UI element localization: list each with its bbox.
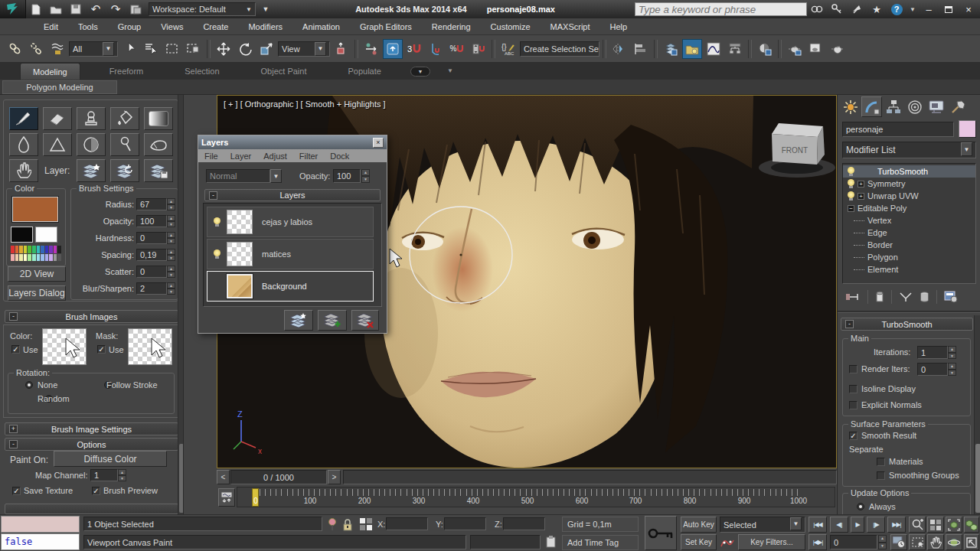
next-frame-button[interactable]: ||▶: [867, 517, 885, 533]
rendered-frame-icon[interactable]: [806, 39, 826, 59]
iterations-field[interactable]: 1: [917, 346, 948, 359]
tab-modify[interactable]: [861, 96, 882, 117]
layer-visibility-icon[interactable]: [214, 217, 220, 227]
tab-modeling[interactable]: Modeling: [20, 63, 80, 80]
select-by-name-icon[interactable]: [141, 39, 161, 59]
material-editor-icon[interactable]: [755, 39, 775, 59]
tab-create[interactable]: [840, 96, 861, 117]
pan-hand-tool[interactable]: [9, 159, 38, 182]
select-move-icon[interactable]: [214, 39, 234, 59]
selection-lock-pin-icon[interactable]: [328, 518, 337, 531]
brush-mask-image[interactable]: [128, 328, 172, 365]
time-configuration-icon[interactable]: [890, 534, 907, 550]
layers-dialog-button[interactable]: Layers Dialog: [8, 285, 66, 301]
blend-mode-dropdown[interactable]: Normal: [206, 169, 270, 183]
remove-modifier-icon[interactable]: [920, 291, 929, 303]
opacity-field[interactable]: 100: [136, 215, 167, 227]
object-name-field[interactable]: personaje: [842, 122, 954, 137]
ribbon-collapse-icon[interactable]: ▼: [410, 67, 430, 77]
layers-menu-adjust[interactable]: Adjust: [257, 152, 293, 161]
radius-field[interactable]: 67: [136, 198, 167, 210]
z-coord-field[interactable]: [503, 517, 545, 530]
rotation-none-radio[interactable]: [25, 381, 33, 389]
always-radio[interactable]: [857, 503, 864, 510]
manage-layers-icon[interactable]: [661, 39, 681, 59]
layers-dialog-close-icon[interactable]: ×: [373, 138, 384, 148]
pivot-center-icon[interactable]: [332, 39, 351, 59]
layers-menu-layer[interactable]: Layer: [224, 152, 258, 161]
menu-rendering[interactable]: Rendering: [422, 18, 481, 35]
blend-mode-arrow-icon[interactable]: ▼: [270, 169, 282, 183]
command-panel-scrollbar[interactable]: [974, 315, 980, 514]
zoom-icon[interactable]: [909, 517, 926, 533]
next-rollout-partial[interactable]: [5, 504, 178, 514]
viewcube-front-label[interactable]: FRONT: [782, 146, 808, 155]
zoom-extents-all-icon[interactable]: [964, 517, 979, 533]
workspace-dropdown[interactable]: Workspace: Default▼: [149, 2, 256, 16]
next-key-button[interactable]: >: [328, 470, 341, 484]
menu-customize[interactable]: Customize: [481, 18, 541, 35]
ribbon-menu-arrow-icon[interactable]: ▼: [447, 67, 453, 74]
auto-key-button[interactable]: Auto Key: [681, 517, 717, 533]
ref-coord-dropdown[interactable]: View▼: [278, 41, 330, 57]
blur-tool[interactable]: [9, 133, 38, 156]
pan-view-icon[interactable]: [927, 534, 944, 550]
make-unique-icon[interactable]: [899, 292, 913, 302]
communication-center-icon[interactable]: [847, 0, 867, 19]
show-end-result-icon[interactable]: [875, 291, 884, 304]
brush-mask-use-checkbox[interactable]: [97, 345, 106, 354]
menu-create[interactable]: Create: [193, 18, 238, 35]
close-button[interactable]: ×: [959, 0, 978, 19]
open-file-icon[interactable]: [46, 0, 66, 19]
render-iters-field[interactable]: 0: [917, 363, 948, 376]
smooth-result-checkbox[interactable]: [849, 432, 858, 440]
paint-on-button[interactable]: Diffuse Color: [54, 451, 167, 467]
help-icon[interactable]: ?: [887, 0, 906, 19]
maxscript-input-line[interactable]: [1, 516, 80, 533]
set-keys-button[interactable]: [645, 516, 677, 550]
brush-preview-checkbox[interactable]: [92, 487, 100, 495]
key-mode-toggle-button[interactable]: |◀▶|: [808, 534, 827, 550]
menu-modifiers[interactable]: Modifiers: [238, 18, 292, 35]
map-channel-spinner[interactable]: ▲▼: [118, 469, 126, 481]
radius-spinner[interactable]: ▲▼: [167, 198, 175, 210]
2d-view-button[interactable]: 2D View: [8, 266, 66, 282]
new-layer-dialog-button[interactable]: [284, 310, 313, 331]
maximize-viewport-icon[interactable]: [964, 534, 979, 550]
layers-dialog-titlebar[interactable]: Layers ×: [198, 135, 387, 149]
tab-display[interactable]: [926, 96, 946, 117]
modifier-list-dropdown[interactable]: Modifier List▼: [842, 142, 976, 158]
render-iters-checkbox[interactable]: [849, 365, 858, 373]
smoothing-groups-checkbox[interactable]: [877, 471, 885, 480]
turbosmooth-rollout[interactable]: -TurboSmooth: [841, 318, 973, 331]
key-filter-curve-icon[interactable]: [720, 534, 735, 550]
layer-row-cejas[interactable]: cejas y labios: [207, 207, 374, 237]
add-time-tag[interactable]: Add Time Tag: [562, 535, 639, 550]
layer-row-background[interactable]: Background: [207, 271, 374, 302]
iterations-spinner[interactable]: ▲▼: [948, 346, 956, 359]
region-zoom-icon[interactable]: [909, 534, 926, 550]
reload-layers-button[interactable]: [110, 159, 139, 182]
tab-selection[interactable]: Selection: [172, 63, 231, 80]
tab-utilities[interactable]: [947, 96, 968, 117]
project-folder-icon[interactable]: [126, 0, 145, 19]
brush-images-rollout[interactable]: -Brush Images: [5, 310, 178, 323]
layer-opacity-field[interactable]: 100: [333, 169, 361, 183]
bind-spacewarp-icon[interactable]: [47, 39, 67, 59]
spinner-snap-icon[interactable]: [469, 39, 488, 59]
time-tag-icon[interactable]: [545, 536, 557, 549]
menu-help[interactable]: Help: [600, 18, 638, 35]
prev-key-button[interactable]: <: [217, 470, 230, 484]
snaps-toggle-icon[interactable]: 3: [404, 39, 424, 59]
blur-sharpen-field[interactable]: 2: [136, 282, 167, 295]
previous-frame-button[interactable]: ◀||: [830, 517, 848, 533]
key-login-icon[interactable]: [827, 0, 847, 19]
gradient-tool[interactable]: [144, 107, 173, 130]
zoom-all-icon[interactable]: [927, 517, 944, 533]
brush-color-use-checkbox[interactable]: [11, 345, 20, 354]
pushpin-color-tool[interactable]: [110, 133, 139, 156]
tab-object-paint[interactable]: Object Paint: [249, 63, 319, 80]
spacing-spinner[interactable]: ▲▼: [167, 249, 175, 261]
canvas-panel-scrollbar[interactable]: [178, 95, 184, 514]
menu-edit[interactable]: Edit: [34, 18, 68, 35]
